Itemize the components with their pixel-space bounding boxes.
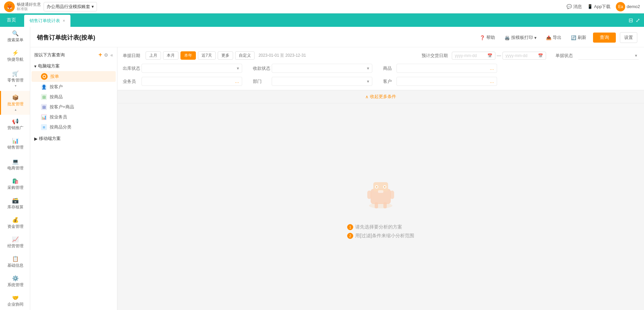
date-btn-thismonth[interactable]: 本月 xyxy=(163,51,178,60)
chevron-down-icon: ▾ xyxy=(92,4,94,9)
empty-tip-1: 1 请先选择要分析的方案 xyxy=(347,224,414,230)
page-header: 销售订单统计表(按单) ❓ 帮助 🖨️ 按模板打印 ▾ 📤 导出 🔄 刷新 xyxy=(30,27,644,47)
add-scheme-icon[interactable]: + xyxy=(99,51,102,58)
sidebar-item-sales[interactable]: 📊 销售管理 xyxy=(0,134,30,154)
date-btn-7days[interactable]: 近7天 xyxy=(198,51,216,60)
date-btn-lastmonth[interactable]: 上月 xyxy=(146,51,161,60)
logo-area: 🦊 畅捷通好生意 标准版 xyxy=(4,1,41,12)
topbar-right: 💬 消息 📱 App下载 Ea demo2 xyxy=(567,2,640,11)
sidebar-item-marketing[interactable]: 📢 营销推广 xyxy=(0,115,30,134)
query-button[interactable]: 查询 xyxy=(593,33,616,43)
payment-arrow-icon: ▾ xyxy=(367,66,369,71)
download-icon: 📱 xyxy=(587,4,593,9)
tab-sales-order[interactable]: 销售订单统计表 × xyxy=(24,15,70,27)
svg-point-7 xyxy=(376,186,377,188)
chevron-up-icon: ▴ xyxy=(15,108,16,111)
scheme-tree: ▾ 电脑端方案 按单 👤 按客户 xyxy=(30,61,117,144)
settings-scheme-icon[interactable]: ⚙ xyxy=(104,52,108,58)
by-product-icon: ⊞ xyxy=(41,94,47,100)
page-title: 销售订单统计表(按单) xyxy=(37,34,95,42)
tree-item-by-product-cat[interactable]: ≡ 按商品分类 xyxy=(32,122,116,132)
export-icon: 📤 xyxy=(546,35,551,40)
tab-close-icon[interactable]: × xyxy=(63,18,65,23)
marketing-icon: 📢 xyxy=(12,118,19,124)
delivery-status-select[interactable]: ▾ xyxy=(142,64,242,73)
minimize-icon[interactable]: ⊟ xyxy=(629,17,633,23)
expected-date-from[interactable]: yyyy-mm-dd 📅 xyxy=(452,52,495,60)
svg-rect-10 xyxy=(367,191,371,199)
lightning-icon: ⚡ xyxy=(12,50,19,56)
salesperson-dots: … xyxy=(235,79,239,84)
main-layout: 🔍 搜索菜单 ⚡ 快捷导航 🛒 零售管理 ▾ 📦 批发管理 ▴ 📢 营销推广 📊… xyxy=(0,27,644,310)
export-button[interactable]: 📤 导出 xyxy=(543,33,564,42)
sidebar-item-ecommerce[interactable]: 💻 电商管理 xyxy=(0,155,30,174)
collapse-scheme-icon[interactable]: « xyxy=(110,52,113,58)
sidebar-item-wholesale[interactable]: 📦 批发管理 ▴ xyxy=(0,91,30,115)
chevron-icon: ▾ xyxy=(15,84,16,88)
tab-home[interactable]: 首页 xyxy=(0,13,23,27)
department-select[interactable]: ▾ xyxy=(272,77,372,86)
sidebar-item-search[interactable]: 🔍 搜索菜单 xyxy=(0,27,30,46)
message-button[interactable]: 💬 消息 xyxy=(567,4,582,10)
sales-icon: 📊 xyxy=(12,138,19,144)
tree-item-by-order[interactable]: 按单 xyxy=(32,71,116,82)
salesperson-select[interactable]: … xyxy=(142,77,242,86)
maximize-icon[interactable]: ⤢ xyxy=(636,17,640,23)
tree-item-by-customer[interactable]: 👤 按客户 xyxy=(32,82,116,92)
inventory-icon: 🗃️ xyxy=(12,197,19,204)
date-label: 单据日期 xyxy=(123,53,142,59)
sidebar-item-finance[interactable]: 💰 资金管理 xyxy=(0,213,30,233)
expected-date-to[interactable]: yyyy-mm-dd 📅 xyxy=(502,52,546,60)
sidebar-item-quicknav[interactable]: ⚡ 快捷导航 xyxy=(0,46,30,66)
svg-point-8 xyxy=(384,186,385,188)
tree-group-mobile-label[interactable]: ▶ 移动端方案 xyxy=(32,134,116,144)
sidebar-item-retail[interactable]: 🛒 零售管理 ▾ xyxy=(0,67,30,91)
inner-layout: 按以下方案查询 + ⚙ « ▾ 电脑端方案 xyxy=(30,47,644,310)
date-btn-more[interactable]: 更多 xyxy=(218,51,233,60)
sidebar-item-basic[interactable]: 📋 基础信息 xyxy=(0,252,30,272)
refresh-button[interactable]: 🔄 刷新 xyxy=(568,33,589,42)
product-dots: … xyxy=(490,66,494,71)
calendar-icon-2: 📅 xyxy=(538,53,543,58)
app-selector[interactable]: 办公用品行业模拟账套 ▾ xyxy=(44,2,97,11)
product-select[interactable]: … xyxy=(396,64,497,73)
search-icon: 🔍 xyxy=(12,30,19,37)
dept-arrow-icon: ▾ xyxy=(367,79,369,84)
delivery-arrow-icon: ▾ xyxy=(237,66,239,71)
tree-item-by-customer-product[interactable]: ⊞ 按客户+商品 xyxy=(32,102,116,112)
help-button[interactable]: ❓ 帮助 xyxy=(477,33,498,42)
template-print-button[interactable]: 🖨️ 按模板打印 ▾ xyxy=(502,33,539,42)
tree-item-by-product[interactable]: ⊞ 按商品 xyxy=(32,92,116,102)
tip-num-1: 1 xyxy=(347,224,353,230)
date-btn-thisyear[interactable]: 本年 xyxy=(180,51,196,60)
user-menu[interactable]: Ea demo2 xyxy=(616,2,640,11)
expected-date-inputs: yyyy-mm-dd 📅 — yyyy-mm-dd 📅 xyxy=(452,52,546,60)
doc-status-select[interactable]: ▾ xyxy=(578,52,639,60)
empty-tips: 1 请先选择要分析的方案 2 用[过滤]条件来缩小分析范围 xyxy=(347,224,414,242)
sidebar-item-collab[interactable]: 🤝 企业协同 xyxy=(0,291,30,310)
retail-icon: 🛒 xyxy=(12,70,19,77)
date-range-display: 2023-01-01 至 2023-12-31 xyxy=(259,53,306,58)
customer-select[interactable]: … xyxy=(396,77,497,86)
sidebar-item-inventory[interactable]: 🗃️ 库存核算 xyxy=(0,194,30,213)
sidebar-item-system[interactable]: ⚙️ 系统管理 xyxy=(0,272,30,291)
svg-rect-11 xyxy=(390,191,394,199)
topbar-left: 🦊 畅捷通好生意 标准版 办公用品行业模拟账套 ▾ xyxy=(4,1,97,12)
app-download-button[interactable]: 📱 App下载 xyxy=(587,4,610,10)
tree-group-desktop-label[interactable]: ▾ 电脑端方案 xyxy=(32,61,116,71)
date-btn-custom[interactable]: 自定义 xyxy=(235,51,255,60)
filter-section: 单据日期 上月 本月 本年 近7天 更多 自定义 2023-01-01 至 20… xyxy=(117,47,644,90)
message-icon: 💬 xyxy=(567,4,572,9)
empty-state: 1 请先选择要分析的方案 2 用[过滤]条件来缩小分析范围 xyxy=(347,103,414,310)
tree-group-mobile: ▶ 移动端方案 xyxy=(32,134,116,144)
svg-point-1 xyxy=(43,75,45,78)
sidebar-item-operations[interactable]: 📈 经营管理 xyxy=(0,233,30,252)
tree-item-by-salesperson[interactable]: 📊 按业务员 xyxy=(32,112,116,122)
tip-num-2: 2 xyxy=(347,233,353,239)
purchase-icon: 🛍️ xyxy=(12,178,19,184)
payment-status-select[interactable]: ▾ xyxy=(272,64,372,73)
collapse-bar[interactable]: ∧ 收起更多条件 xyxy=(117,90,644,103)
settings-button[interactable]: 设置 xyxy=(620,32,637,43)
sidebar-item-purchase[interactable]: 🛍️ 采购管理 xyxy=(0,174,30,194)
topbar: 🦊 畅捷通好生意 标准版 办公用品行业模拟账套 ▾ 💬 消息 📱 App下载 E… xyxy=(0,0,644,13)
